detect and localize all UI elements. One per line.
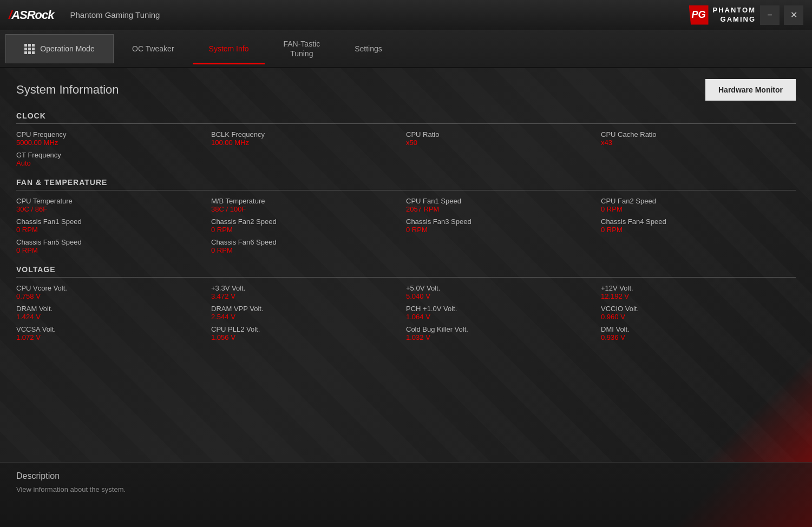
tab-oc-tweaker[interactable]: OC Tweaker [116,34,191,63]
page-title: System Information [16,83,119,97]
list-item: Chassis Fan5 Speed 0 RPM [16,237,211,255]
list-item: +5.0V Volt. 5.040 V [406,283,601,301]
close-button[interactable]: ✕ [784,5,803,25]
voltage-grid: CPU Vcore Volt. 0.758 V +3.3V Volt. 3.47… [16,283,796,342]
list-item: CPU Fan2 Speed 0 RPM [601,196,796,214]
operation-mode-label: Operation Mode [40,44,94,54]
voltage-heading: VOLTAGE [16,265,796,278]
list-item: VCCIO Volt. 0.960 V [601,304,796,322]
voltage-section: VOLTAGE CPU Vcore Volt. 0.758 V +3.3V Vo… [16,265,796,342]
phantom-gaming-icon: PG [689,5,709,25]
list-item: Chassis Fan1 Speed 0 RPM [16,216,211,235]
list-item: +12V Volt. 12.192 V [601,283,796,301]
title-bar-right: PG PHANTOM GAMING − ✕ [689,5,803,25]
list-item: M/B Temperature 38C / 100F [211,196,406,214]
asrock-logo: /ASRock [9,8,54,22]
tab-operation-mode[interactable]: Operation Mode [5,34,114,63]
list-item: CPU Frequency 5000.00 MHz [16,129,211,148]
list-item: Chassis Fan2 Speed 0 RPM [211,216,406,235]
app-title: Phantom Gaming Tuning [70,10,160,19]
fan-temp-section: FAN & TEMPERATURE CPU Temperature 30C / … [16,178,796,255]
phantom-logo: PG PHANTOM GAMING [689,5,756,25]
clock-heading: CLOCK [16,111,796,124]
clock-section: CLOCK CPU Frequency 5000.00 MHz BCLK Fre… [16,111,796,168]
clock-grid: CPU Frequency 5000.00 MHz BCLK Frequency… [16,129,796,168]
list-item: VCCSA Volt. 1.072 V [16,324,211,342]
section-header: System Information Hardware Monitor [16,79,796,101]
list-item: Cold Bug Killer Volt. 1.032 V [406,324,601,342]
list-item: Chassis Fan3 Speed 0 RPM [406,216,601,235]
list-item: DMI Volt. 0.936 V [601,324,796,342]
list-item: DRAM VPP Volt. 2.544 V [211,304,406,322]
list-item: BCLK Frequency 100.00 MHz [211,129,406,148]
tab-fan-tastic[interactable]: FAN-TasticTuning [267,34,336,63]
fan-temp-heading: FAN & TEMPERATURE [16,178,796,190]
list-item: Chassis Fan4 Speed 0 RPM [601,216,796,235]
tab-system-info[interactable]: System Info [193,34,265,63]
title-bar: /ASRock Phantom Gaming Tuning PG PHANTOM… [0,0,812,30]
list-item: Chassis Fan6 Speed 0 RPM [211,237,406,255]
red-accent-decoration [650,354,812,462]
list-item: PCH +1.0V Volt. 1.064 V [406,304,601,322]
list-item: CPU Ratio x50 [406,129,601,148]
list-item: DRAM Volt. 1.424 V [16,304,211,322]
list-item: CPU Vcore Volt. 0.758 V [16,283,211,301]
list-item: CPU Fan1 Speed 2057 RPM [406,196,601,214]
phantom-gaming-text: PHANTOM GAMING [713,6,756,24]
description-text: View information about the system. [16,485,796,493]
grid-icon [24,44,35,54]
tab-settings[interactable]: Settings [338,34,398,63]
list-item: CPU PLL2 Volt. 1.056 V [211,324,406,342]
fan-temp-grid: CPU Temperature 30C / 86F M/B Temperatur… [16,196,796,255]
hardware-monitor-button[interactable]: Hardware Monitor [705,79,796,101]
minimize-button[interactable]: − [760,5,780,25]
nav-bar: Operation Mode OC Tweaker System Info FA… [0,30,812,68]
list-item: +3.3V Volt. 3.472 V [211,283,406,301]
list-item: CPU Temperature 30C / 86F [16,196,211,214]
description-title: Description [16,471,796,481]
list-item: CPU Cache Ratio x43 [601,129,796,148]
list-item: GT Frequency Auto [16,150,211,168]
description-bar: Description View information about the s… [0,462,812,527]
main-content: System Information Hardware Monitor CLOC… [0,68,812,462]
